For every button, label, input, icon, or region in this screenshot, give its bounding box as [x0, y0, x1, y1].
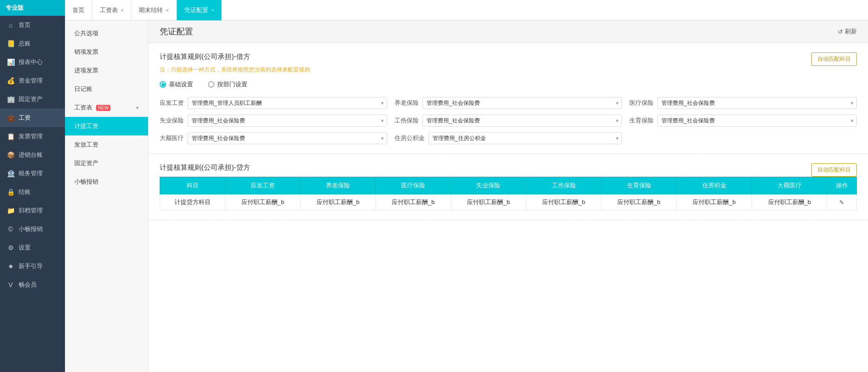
field-yanglao-select[interactable]: 管理费用_社会保险费 [422, 97, 622, 109]
sidebar-item-label: 固定资产 [19, 95, 43, 103]
field-yingfa-select[interactable]: 管理费用_管理人员职工薪酬 [188, 97, 387, 109]
sidebar-item-invoice-management[interactable]: 📋 发票管理 [0, 127, 65, 146]
left-nav-cancel-invoice-label: 销项发票 [74, 48, 98, 56]
field-yiliao-select[interactable]: 管理费用_社会保险费 [657, 97, 857, 109]
radio-basic-circle [160, 81, 166, 88]
sidebar-item-new-guide[interactable]: ★ 新手引导 [0, 257, 65, 276]
field-zhufang-select[interactable]: 管理费用_住房公积金 [428, 132, 622, 144]
sidebar-item-label: 新手引导 [19, 262, 43, 270]
field-shiye-select[interactable]: 管理费用_社会保险费 [188, 115, 387, 127]
radio-department[interactable]: 按部门设置 [208, 80, 247, 89]
col-yingfa: 应发工资 [225, 177, 300, 194]
sidebar-item-label: 资金管理 [19, 77, 43, 85]
sidebar-item-archive[interactable]: 📁 归档管理 [0, 201, 65, 220]
sidebar-item-settings[interactable]: ⚙ 设置 [0, 238, 65, 257]
field-shengyu-select-wrap: 管理费用_社会保险费 [657, 115, 857, 127]
left-nav-cancel-invoice[interactable]: 销项发票 [65, 43, 148, 61]
cell-action[interactable]: ✎ [827, 194, 857, 211]
left-nav-public-options[interactable]: 公共选项 [65, 24, 148, 43]
left-nav-issue-payroll-label: 发放工资 [74, 141, 98, 149]
sidebar-item-report-center[interactable]: 📊 报表中心 [0, 53, 65, 71]
section1-header: 计提核算规则(公司承担)-借方 注：只能选择一种方式，系统将按照您当前的选择来配… [160, 52, 857, 80]
tab-period-end[interactable]: 期末结转 × [131, 0, 176, 20]
section2-header: 计提核算规则(公司承担)-贷方 自动匹配科目 [160, 163, 857, 177]
section1-title: 计提核算规则(公司承担)-借方 [160, 52, 310, 61]
sidebar-item-payroll[interactable]: 💼 工资 [0, 109, 65, 127]
sidebar-item-general-ledger[interactable]: 📒 总账 [0, 34, 65, 53]
payroll-icon: 💼 [6, 114, 15, 122]
settings-icon: ⚙ [6, 244, 15, 251]
sidebar-item-xiaochang[interactable]: © 小畅报销 [0, 220, 65, 238]
sidebar-item-home[interactable]: ⌂ 首页 [0, 16, 65, 34]
radio-group: 基础设置 按部门设置 [160, 80, 857, 89]
tab-payroll-table[interactable]: 工资表 × [92, 0, 131, 20]
field-yingfa-label: 应发工资 [160, 99, 184, 107]
sidebar-item-closing[interactable]: 🔒 结账 [0, 183, 65, 201]
field-shengyu-select[interactable]: 管理费用_社会保险费 [657, 115, 857, 127]
sidebar-item-label: 发票管理 [19, 132, 43, 141]
form-grid: 应发工资 管理费用_管理人员职工薪酬 养老保险 管理费用_社会保险费 [160, 97, 857, 144]
sidebar-item-fixed-assets[interactable]: 🏢 固定资产 [0, 90, 65, 109]
cell-yanglao: 应付职工薪酬_b [300, 194, 376, 211]
field-dae: 大额医疗 管理费用_社会保险费 [160, 132, 387, 144]
field-shengyu: 生育保险 管理费用_社会保险费 [629, 115, 857, 127]
auto-match-button-2[interactable]: 自动匹配科目 [811, 163, 857, 177]
tab-period-label: 期末结转 [139, 6, 163, 14]
left-nav-fixed-assets[interactable]: 固定资产 [65, 154, 148, 173]
closing-icon: 🔒 [6, 188, 15, 196]
left-nav-journal[interactable]: 日记账 [65, 80, 148, 98]
sidebar-item-fund-management[interactable]: 💰 资金管理 [0, 71, 65, 90]
section1-warning: 注：只能选择一种方式，系统将按照您当前的选择来配置规则 [160, 66, 310, 74]
refresh-button[interactable]: ↺ 刷新 [838, 27, 857, 36]
cell-subject: 计提贷方科目 [160, 194, 226, 211]
field-dae-select[interactable]: 管理费用_社会保险费 [188, 132, 387, 144]
left-nav-xiaochang-report[interactable]: 小畅报销 [65, 173, 148, 191]
sidebar-item-member[interactable]: V 畅会员 [0, 276, 65, 294]
edit-icon[interactable]: ✎ [839, 199, 844, 206]
radio-basic[interactable]: 基础设置 [160, 80, 193, 89]
sidebar-item-tax-management[interactable]: 🏦 税务管理 [0, 164, 65, 183]
tab-voucher-config[interactable]: 凭证配置 × [177, 0, 222, 20]
archive-icon: 📁 [6, 207, 15, 214]
sidebar-item-label: 工资 [19, 114, 31, 122]
page-title: 凭证配置 [160, 26, 193, 37]
tab-home[interactable]: 首页 [65, 0, 92, 20]
left-nav-public-options-label: 公共选项 [74, 29, 98, 38]
left-nav-payroll-table[interactable]: 工资表 NEW ▾ [65, 98, 148, 117]
new-badge: NEW [96, 105, 110, 111]
tab-voucher-close[interactable]: × [211, 7, 214, 13]
field-yanglao: 养老保险 管理费用_社会保险费 [395, 97, 622, 109]
left-nav-calc-payroll[interactable]: 计提工资 [65, 117, 148, 135]
section1-left: 计提核算规则(公司承担)-借方 注：只能选择一种方式，系统将按照您当前的选择来配… [160, 52, 310, 80]
sidebar-item-label: 畅会员 [19, 281, 37, 289]
tab-period-close[interactable]: × [166, 7, 168, 13]
left-nav-payroll-table-label: 工资表 [74, 103, 92, 112]
section-credit: 计提核算规则(公司承担)-贷方 自动匹配科目 科目 应发工资 养老保险 医疗保险… [149, 154, 868, 220]
sidebar-item-label: 税务管理 [19, 169, 43, 178]
left-nav-issue-payroll[interactable]: 发放工资 [65, 135, 148, 154]
sidebar-item-sales-ledger[interactable]: 📦 进销台账 [0, 146, 65, 164]
sidebar-item-label: 报表中心 [19, 58, 43, 66]
section2-title: 计提核算规则(公司承担)-贷方 [160, 163, 250, 172]
auto-match-button-1[interactable]: 自动匹配科目 [811, 52, 857, 66]
sidebar-item-label: 总账 [19, 39, 31, 48]
home-icon: ⌂ [6, 21, 15, 29]
guide-icon: ★ [6, 263, 15, 270]
left-nav-journal-label: 日记账 [74, 85, 92, 93]
cell-zhufang: 应付职工薪酬_b [677, 194, 752, 211]
sidebar-item-label: 首页 [19, 21, 31, 29]
fund-icon: 💰 [6, 77, 15, 84]
invoice-icon: 📋 [6, 133, 15, 140]
col-yiliao: 医疗保险 [376, 177, 451, 194]
member-icon: V [6, 281, 15, 289]
sidebar: 专业版 ⌂ 首页 📒 总账 📊 报表中心 💰 资金管理 🏢 固定资产 💼 工资 … [0, 0, 65, 372]
cell-gongshang: 应付职工薪酬_b [526, 194, 601, 211]
col-dae: 大额医疗 [752, 177, 827, 194]
arrow-icon: ▾ [136, 105, 139, 111]
tab-payroll-close[interactable]: × [121, 7, 123, 13]
field-gongshang-select[interactable]: 管理费用_社会保险费 [422, 115, 622, 127]
left-nav-input-invoice[interactable]: 进项发票 [65, 61, 148, 80]
cell-shengyu: 应付职工薪酬_b [602, 194, 677, 211]
field-zhufang-select-wrap: 管理费用_住房公积金 [428, 132, 622, 144]
col-zhufang: 住房积金 [677, 177, 752, 194]
